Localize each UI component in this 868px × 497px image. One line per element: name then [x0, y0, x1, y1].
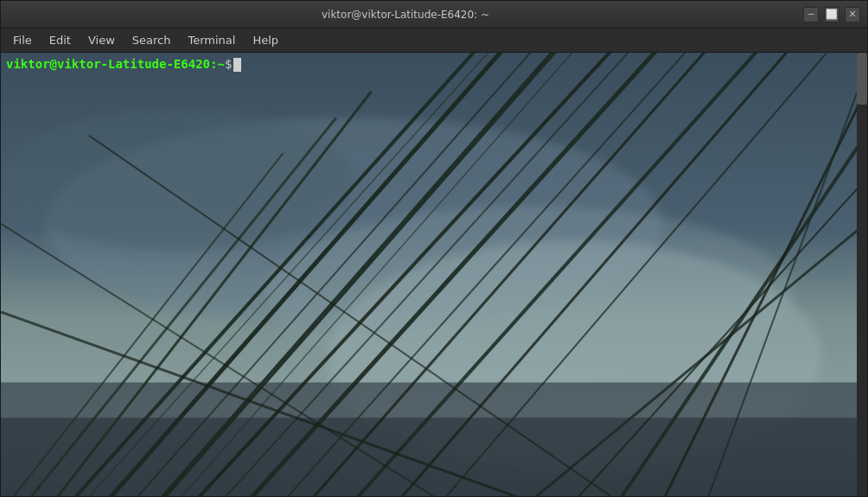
prompt-line: viktor@viktor-Latitude-E6420:~ $ [6, 56, 862, 73]
terminal-window: viktor@viktor-Latitude-E6420: ~ − ⬜ ✕ Fi… [0, 0, 868, 497]
menu-item-terminal[interactable]: Terminal [179, 30, 244, 50]
terminal-cursor [233, 58, 241, 72]
prompt-symbol: $ [225, 56, 232, 73]
title-bar: viktor@viktor-Latitude-E6420: ~ − ⬜ ✕ [1, 1, 867, 29]
terminal-content[interactable]: viktor@viktor-Latitude-E6420:~ $ [1, 53, 867, 496]
menu-item-search[interactable]: Search [124, 30, 180, 50]
prompt-user-host: viktor@viktor-Latitude-E6420: [6, 56, 217, 73]
menu-item-help[interactable]: Help [244, 30, 287, 50]
restore-button[interactable]: ⬜ [824, 7, 839, 22]
menu-bar: File Edit View Search Terminal Help [1, 29, 867, 53]
close-button[interactable]: ✕ [845, 7, 860, 22]
minimize-button[interactable]: − [803, 7, 819, 22]
scrollbar-thumb[interactable] [857, 53, 867, 105]
menu-item-edit[interactable]: Edit [41, 30, 80, 50]
prompt-directory: ~ [217, 56, 224, 73]
terminal-text-layer: viktor@viktor-Latitude-E6420:~ $ [1, 53, 867, 496]
title-bar-controls: − ⬜ ✕ [803, 7, 860, 22]
menu-item-view[interactable]: View [80, 30, 124, 50]
menu-item-file[interactable]: File [4, 30, 41, 50]
title-bar-title: viktor@viktor-Latitude-E6420: ~ [8, 9, 803, 21]
scrollbar[interactable] [857, 53, 867, 496]
